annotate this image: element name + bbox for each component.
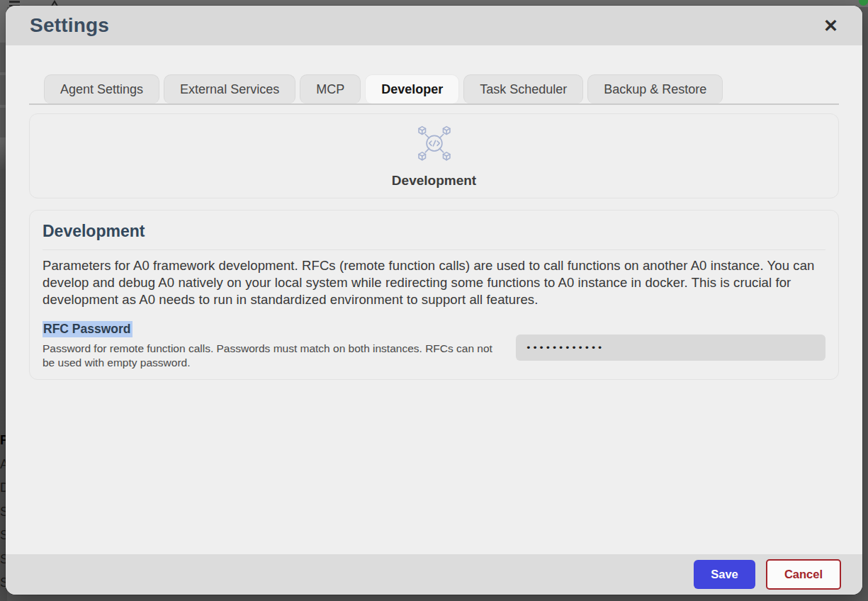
modal-body: Agent Settings External Services MCP Dev… bbox=[6, 45, 862, 554]
rfc-password-description: Password for remote function calls. Pass… bbox=[43, 342, 507, 370]
nav-section-label: Development bbox=[392, 173, 476, 189]
tab-external-services[interactable]: External Services bbox=[164, 74, 295, 103]
save-button[interactable]: Save bbox=[694, 560, 755, 589]
modal-header: Settings ✕ bbox=[6, 6, 862, 45]
development-section: Development Parameters for A0 framework … bbox=[29, 210, 839, 380]
rfc-password-field-row: RFC Password Password for remote functio… bbox=[43, 322, 825, 370]
distributed-code-nodes-icon bbox=[414, 124, 455, 168]
tab-developer[interactable]: Developer bbox=[365, 74, 459, 103]
section-nav-card[interactable]: Development bbox=[29, 113, 839, 198]
close-button[interactable]: ✕ bbox=[821, 16, 841, 36]
rfc-password-label: RFC Password bbox=[43, 321, 133, 337]
field-info: RFC Password Password for remote functio… bbox=[43, 322, 516, 370]
tab-mcp[interactable]: MCP bbox=[300, 74, 361, 103]
page-title: Settings bbox=[30, 14, 109, 37]
rfc-password-input[interactable] bbox=[516, 335, 825, 361]
modal-footer: Save Cancel bbox=[6, 554, 862, 595]
section-heading: Development bbox=[43, 222, 825, 241]
cancel-button[interactable]: Cancel bbox=[766, 559, 841, 590]
tab-backup-restore[interactable]: Backup & Restore bbox=[587, 74, 723, 103]
rfc-password-label-text: RFC Password bbox=[43, 321, 133, 337]
tab-task-scheduler[interactable]: Task Scheduler bbox=[463, 74, 583, 103]
tab-agent-settings[interactable]: Agent Settings bbox=[44, 74, 159, 103]
section-divider bbox=[43, 249, 825, 250]
settings-modal: Settings ✕ Agent Settings External Servi… bbox=[6, 6, 862, 595]
settings-tabs: Agent Settings External Services MCP Dev… bbox=[29, 74, 839, 105]
section-description: Parameters for A0 framework development.… bbox=[43, 257, 825, 308]
